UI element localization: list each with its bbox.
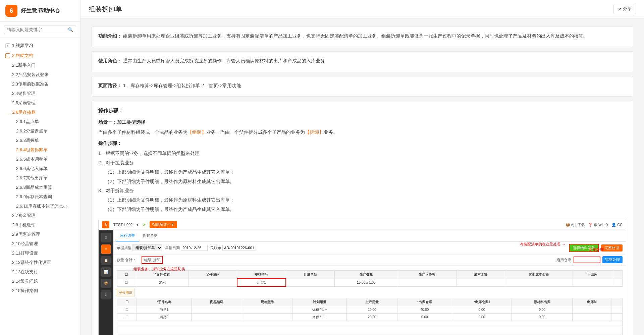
sidebar-item-2-6-6[interactable]: 2.6.6其他入库单 [0,164,80,173]
sidebar-item-2-6-5[interactable]: 2.6.5成本调整单 [0,155,80,164]
complete-process-btn[interactable]: 完整处理 [601,244,623,252]
collapse-icon-2: - [5,53,10,58]
feature-intro-text: 功能介绍： 组装拆卸单用来处理企业组装或拆卸等加工业务，支持有固定装配清单的产品… [98,32,626,40]
sidebar-item-2-9[interactable]: 2.9优惠券管理 [0,230,80,239]
parent-row-1: ☐ 米米 组装1 15,00 ≥ 1.00 [117,279,623,286]
sidebar-item-2-6-7[interactable]: 2.6.7其他出库单 [0,173,80,183]
form-type-label: 单据类型 [117,245,131,251]
sidebar-item-2-15[interactable]: 2.15操作案例 [0,286,80,295]
sidebar-item-2-7[interactable]: 2.7资金管理 [0,211,80,220]
sidebar-item-2-12[interactable]: 2.12系统个性化设置 [0,258,80,267]
cr1-cb[interactable]: ☐ [117,306,137,314]
sidebar-item-2-6-9[interactable]: 2.6.9库存账本查询 [0,192,80,202]
child-row-5 [117,333,623,335]
cr2-spec [242,314,292,321]
row1-action [612,279,622,286]
cr1-raw: 0.00 [512,306,573,314]
apply-btn[interactable]: 完整处理 [602,256,623,263]
child-row-3 [117,321,623,327]
sidebar-item-2-13[interactable]: 2.13在线支付 [0,267,80,277]
cr1-out1: 40.00 [397,306,452,314]
th-checkbox: ☐ [117,271,136,279]
app-nav-icons: 📦 App下载 ❓ 帮助中心 👤 CC [566,222,623,228]
sidebar-item-2-14[interactable]: 2.14常见问题 [0,277,80,286]
enable-input[interactable] [574,257,600,263]
form-date-field: 单据日期 [165,245,208,251]
form-date-input[interactable] [181,245,208,251]
cth-spec: 规格型号 [242,298,292,306]
cr2-out2: 0.00 [452,314,512,321]
path-text: 页面路径： 1、库存核算->库存管理->组装拆卸单 2、首页->常用功能 [98,82,626,90]
app-new-order-btn[interactable]: 扫脸新建一个 [150,221,177,228]
form-ref-field: 关联单 [210,245,256,251]
term-disassembly: 【拆卸】 [305,129,324,135]
sidebar-item-2-11[interactable]: 2.11打印设置 [0,248,80,258]
sidebar-item-2-2[interactable]: 2.2产品安装及登录 [0,70,80,79]
step2: 2、对于组装业务 [98,159,626,167]
role-body: 通常由生产人员或库管人员完成拆装业务的操作，库管人员确认原材料的出库和产成品的入… [123,58,325,63]
share-button[interactable]: ↗ 分享 [613,4,636,14]
app-tab-list[interactable]: 库存调整 [116,230,139,241]
th-ops [612,271,622,279]
cr2-prod: 20.00 [347,314,397,321]
expand-icon-1: + [5,43,10,48]
sidebar-item-2-10[interactable]: 2.10经营管理 [0,239,80,248]
sidebar-item-2-6-2[interactable]: 2.6.2分量盘点单 [0,126,80,136]
sidebar-item-2-6-3[interactable]: 2.6.3调拨单 [0,136,80,145]
collapse-icon-2-6: - [9,110,10,115]
app-sidebar-icon-3: 📋 [101,256,111,265]
role-block: 使用角色： 通常由生产人员或库管人员完成拆装业务的操作，库管人员确认原材料的出库… [91,51,633,72]
sidebar-item-2-4[interactable]: 2.4销售管理 [0,89,80,98]
form-type-select[interactable]: 组装/拆卸单 [132,244,162,251]
search-input[interactable] [7,27,68,32]
sidebar-item-2-6-8[interactable]: 2.6.8商品成本重算 [0,183,80,192]
step3: 3、对于拆卸业务 [98,187,626,195]
cr2-code [191,314,242,321]
sidebar-label-2-6: 2.6库存核算 [12,109,36,115]
sidebar-item-2-5[interactable]: 2.5采购管理 [0,98,80,108]
sidebar-item-2-6-10[interactable]: 2.6.10库存账本错了怎么办 [0,202,80,211]
app-sidebar: ⊞ ✏ 📋 📊 📦 ⚙ [99,230,113,335]
row1-cb[interactable]: ☐ [117,279,136,286]
cr2-cb[interactable]: ☐ [117,314,137,321]
search-area: 🔍 [0,22,80,38]
sidebar-item-1[interactable]: + 1.视频学习 [0,41,80,51]
search-icon[interactable]: 🔍 [68,27,73,32]
cr2-m [572,314,611,321]
scene1-desc: 当由多个子件材料组装成一个成品的业务为【组装】业务，当由一个父件拆分成多个子产品… [98,128,626,136]
sidebar-item-2-8[interactable]: 2.8手机旺铺 [0,220,80,230]
sidebar-item-2[interactable]: - 2.帮助文档 [0,51,80,61]
sidebar-item-2-3[interactable]: 2.3使用前数据准备 [0,79,80,89]
row1-name: 米米 [136,279,188,286]
annotation-enable: 启用处理 [589,246,604,253]
search-box[interactable]: 🔍 [4,25,76,34]
type-option-assembly[interactable]: 组装 [144,257,152,263]
app-sidebar-icon-1: ⊞ [101,233,111,242]
cr2-plan: 体积 * 1 + [292,314,347,321]
child-row-2: ☐ 商品2 体积 * 1 + 20.00 0.00 0.00 0.00 [117,314,623,321]
sidebar-item-2-6[interactable]: - 2.6库存核算 [0,108,80,117]
th-spec: 规格型号 [237,271,286,279]
step2-sub1: （1）上部明细为父件明细，最终作为产成品生成其它入库单； [105,168,626,176]
cr1-code [191,306,242,314]
cr1-plan: 体积 * 1 + [292,306,347,314]
sidebar-item-2-1[interactable]: 2.1新手入门 [0,61,80,70]
share-icon: ↗ [618,7,622,12]
logo-icon: 6 [5,5,17,17]
sidebar-item-2-6-1[interactable]: 2.6.1盘点单 [0,117,80,126]
sidebar-item-2-6-4[interactable]: 2.6.4组装拆卸单 [0,145,80,155]
type-select-box[interactable]: 组装 拆卸 [142,256,163,264]
type-option-disassembly[interactable]: 拆卸 [153,257,160,263]
app-logo: 6 [102,221,109,228]
app-sidebar-icon-2: ✏ [101,244,111,254]
app-dropdown-icon: ▾ [137,222,139,228]
app-tabs: 库存调整 新建单据 [113,230,626,242]
app-tab-new[interactable]: 新建单据 [139,230,162,241]
form-date-label: 单据日期 [165,245,180,251]
form-ref-input[interactable] [222,245,256,251]
enable-label: 启用仓库 [556,258,571,262]
annotation-bom-text: 有装配清单的在这里处理 [520,241,560,247]
step3-sub1: （1）上部明细为父件明细，最终作为原材料生成其它出库单； [105,196,626,204]
cr1-action [611,306,623,314]
cr2-name: 商品2 [137,314,191,321]
